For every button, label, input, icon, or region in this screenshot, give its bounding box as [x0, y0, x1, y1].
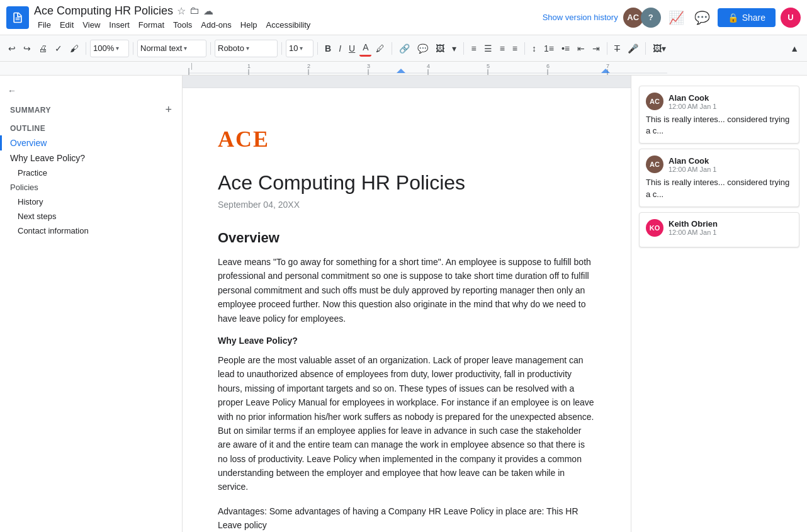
outline-item-contact[interactable]: Contact information	[0, 224, 182, 238]
undo-button[interactable]: ↩	[5, 41, 19, 56]
svg-text:│: │	[190, 62, 194, 70]
underline-button[interactable]: U	[346, 41, 358, 56]
menu-file[interactable]: File	[34, 19, 55, 31]
comment-icon-top[interactable]: 💬	[692, 8, 713, 28]
outline-item-overview[interactable]: Overview	[0, 135, 182, 150]
avatar-alan: AC	[623, 8, 643, 28]
spell-check-button[interactable]: ✓	[52, 41, 65, 56]
menu-insert[interactable]: Insert	[105, 19, 133, 31]
outline-label: OUTLINE	[0, 119, 182, 135]
style-arrow: ▾	[184, 45, 187, 52]
style-select[interactable]: Normal text ▾	[137, 40, 206, 57]
menu-view[interactable]: View	[79, 19, 104, 31]
increase-indent-button[interactable]: ⇥	[589, 41, 603, 56]
highlight-button[interactable]: 🖊	[373, 41, 388, 56]
menu-tools[interactable]: Tools	[169, 19, 196, 31]
why-leave-subheading[interactable]: Why Leave Policy?	[218, 336, 595, 346]
outline-item-practice[interactable]: Practice	[0, 166, 182, 180]
comment-card-1[interactable]: AC Alan Cook 12:00 AM Jan 1 This is real…	[639, 86, 799, 144]
comment-header-2: AC Alan Cook 12:00 AM Jan 1	[646, 156, 793, 173]
image-options-button2[interactable]: 🖼▾	[650, 41, 669, 56]
folder-icon[interactable]: 🗀	[189, 5, 200, 16]
summary-add-button[interactable]: +	[165, 103, 172, 116]
top-bar: Ace Computing HR Policies ☆ 🗀 ☁ File Edi…	[0, 0, 807, 35]
image-button[interactable]: 🖼	[432, 41, 448, 56]
bullet-list-button[interactable]: •≡	[558, 41, 573, 56]
comment-meta-3: Keith Obrien 12:00 AM Jan 1	[669, 219, 718, 236]
outline-item-history[interactable]: History	[0, 195, 182, 209]
align-right-button[interactable]: ≡	[497, 41, 508, 56]
zoom-select[interactable]: 100% ▾	[90, 40, 129, 57]
font-size-select[interactable]: 10 ▾	[286, 40, 313, 57]
google-docs-icon	[6, 6, 29, 29]
link-button[interactable]: 🔗	[396, 41, 413, 56]
clear-format-button[interactable]: T̶	[611, 41, 623, 56]
svg-text:1: 1	[247, 63, 251, 69]
menu-bar: File Edit View Insert Format Tools Add-o…	[34, 19, 538, 31]
menu-format[interactable]: Format	[135, 19, 168, 31]
comment-avatar-3: KO	[646, 219, 663, 237]
top-right: Show version history AC ? 📈 💬 🔒 Share U	[543, 8, 801, 28]
overview-paragraph-1[interactable]: Leave means "To go away for something fo…	[218, 255, 595, 325]
text-color-button[interactable]: A	[359, 40, 371, 57]
justify-button[interactable]: ≡	[509, 41, 521, 56]
align-center-button[interactable]: ☰	[481, 41, 495, 56]
outline-section-policies[interactable]: Policies	[0, 180, 182, 195]
menu-addons[interactable]: Add-ons	[197, 19, 235, 31]
doc-title[interactable]: Ace Computing HR Policies	[34, 4, 173, 18]
separator6	[392, 42, 392, 55]
summary-label: SUMMARY	[10, 106, 51, 115]
separator3	[210, 42, 211, 55]
why-leave-paragraph[interactable]: People are the most valuable asset of an…	[218, 353, 595, 494]
menu-help[interactable]: Help	[237, 19, 261, 31]
user-avatar[interactable]: U	[781, 8, 801, 28]
comments-panel: AC Alan Cook 12:00 AM Jan 1 This is real…	[631, 76, 807, 532]
separator9	[607, 42, 607, 55]
redo-button[interactable]: ↪	[20, 41, 34, 56]
voice-input-button[interactable]: 🎤	[624, 41, 641, 56]
comment-button[interactable]: 💬	[414, 41, 431, 56]
sidebar: ← SUMMARY + OUTLINE Overview Why Leave P…	[0, 76, 183, 532]
document-area[interactable]: ACE Ace Computing HR Policies September …	[183, 76, 631, 532]
star-icon[interactable]: ☆	[177, 5, 186, 17]
font-arrow: ▾	[246, 45, 249, 52]
print-button[interactable]: 🖨	[35, 41, 50, 56]
numbered-list-button[interactable]: 1≡	[541, 41, 557, 56]
outline-item-why-leave[interactable]: Why Leave Policy?	[0, 150, 182, 166]
sidebar-back-button[interactable]: ←	[0, 83, 182, 98]
decrease-indent-button[interactable]: ⇤	[574, 41, 588, 56]
comment-card-2[interactable]: AC Alan Cook 12:00 AM Jan 1 This is real…	[639, 149, 799, 207]
menu-edit[interactable]: Edit	[56, 19, 77, 31]
comment-name-1: Alan Cook	[669, 93, 716, 103]
collapse-toolbar-button[interactable]: ▲	[787, 41, 802, 56]
comment-time-1: 12:00 AM Jan 1	[669, 103, 716, 110]
version-history-link[interactable]: Show version history	[543, 13, 618, 22]
advantages-paragraph[interactable]: Advantages: Some advantages of having a …	[218, 504, 595, 532]
menu-accessibility[interactable]: Accessibility	[262, 19, 315, 31]
bold-button[interactable]: B	[322, 41, 334, 56]
style-value: Normal text	[140, 43, 182, 53]
align-left-button[interactable]: ≡	[468, 41, 479, 56]
font-select[interactable]: Roboto ▾	[215, 40, 278, 57]
outline-item-next-steps[interactable]: Next steps	[0, 209, 182, 224]
paint-format-button[interactable]: 🖌	[67, 41, 82, 56]
chart-icon[interactable]: 📈	[666, 8, 687, 28]
svg-text:7: 7	[606, 63, 609, 69]
outline-item-label: Contact information	[18, 226, 89, 235]
overview-heading[interactable]: Overview	[218, 230, 595, 246]
italic-button[interactable]: I	[336, 41, 344, 56]
font-value: Roboto	[218, 43, 244, 53]
back-arrow-icon: ←	[8, 86, 16, 96]
comment-card-3[interactable]: KO Keith Obrien 12:00 AM Jan 1	[639, 212, 799, 247]
svg-text:3: 3	[367, 63, 370, 69]
document-page[interactable]: ACE Ace Computing HR Policies September …	[183, 88, 631, 532]
share-button[interactable]: 🔒 Share	[718, 8, 776, 27]
svg-rect-0	[16, 18, 20, 18]
image-options-button[interactable]: ▾	[449, 41, 460, 56]
cloud-icon[interactable]: ☁	[203, 5, 213, 17]
line-spacing-button[interactable]: ↕	[529, 41, 539, 56]
ruler: │ 1 2 3 4 5 6 7	[0, 62, 807, 76]
doc-main-title[interactable]: Ace Computing HR Policies	[218, 171, 595, 195]
avatar-group: AC ?	[623, 8, 661, 28]
comment-text-1: This is really interes... considered try…	[646, 114, 793, 137]
